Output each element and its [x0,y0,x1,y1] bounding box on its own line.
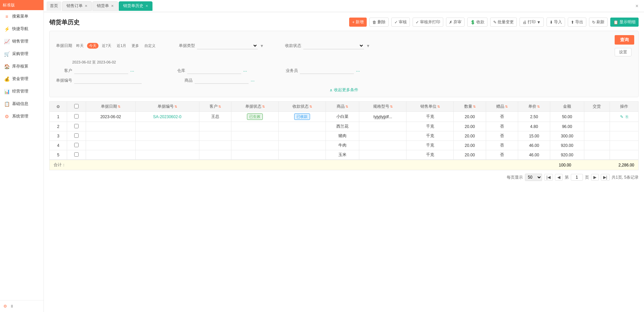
last-page-btn[interactable]: ▶| [601,174,610,181]
row-checkbox[interactable] [74,133,79,138]
sidebar-item-finance[interactable]: 💰 资金管理 [0,73,44,85]
summary-values: 100.00 2,286.00 [323,163,634,167]
collect-button[interactable]: 💲 收款 [467,18,487,27]
table-body: 1 2023-06-02 SA-20230602-0 王总 已生效 已收款 小白… [50,112,639,160]
col-price[interactable]: 单价⇅ [518,102,550,112]
next-page-btn[interactable]: ▶ [591,174,599,181]
review-button[interactable]: ✓ 审核 [391,18,410,27]
page-input[interactable] [571,174,583,181]
cell-number[interactable]: SA-20230602-0 [135,112,199,122]
cell-check[interactable] [67,131,86,141]
add-button[interactable]: + 新增 [349,18,367,27]
col-date[interactable]: 单据日期⇅ [86,102,135,112]
sidebar-bottom-icon2[interactable]: ⏸ [10,304,14,309]
sidebar-item-search-menu[interactable]: ≡ 搜索菜单 [0,10,44,23]
docnumber-input[interactable] [74,77,142,84]
cell-check[interactable] [67,122,86,131]
show-detail-button[interactable]: 📋 显示明细 [610,18,639,27]
row-checkbox[interactable] [74,114,79,119]
sidebar-item-system-mgmt[interactable]: ⚙ 系统管理 [0,110,44,123]
col-paystatus[interactable]: 收款状态⇅ [279,102,326,112]
query-button[interactable]: 查询 [615,35,634,45]
sidebar-item-basic-info[interactable]: 📋 基础信息 [0,98,44,110]
date-tag-custom[interactable]: 自定义 [142,43,158,49]
review-print-button[interactable]: ✓ 审核并打印 [413,18,443,27]
customer-ellipsis-btn[interactable]: ··· [130,68,134,74]
sidebar-item-quick-nav[interactable]: ⚡ 快捷导航 [0,23,44,35]
inventory-icon: 🏠 [4,64,9,69]
col-check[interactable] [67,102,86,112]
summary-label: 合计： [54,162,66,168]
col-customer[interactable]: 客户⇅ [199,102,231,112]
cell-gift: 否 [486,141,518,150]
date-tag-yesterday[interactable]: 昨天 [74,43,86,49]
cell-check[interactable] [67,150,86,160]
col-gift[interactable]: 赠品⇅ [486,102,518,112]
sort-icon: ⇅ [118,105,120,108]
goods-ellipsis-btn[interactable]: ··· [251,78,255,83]
purchase-mgmt-icon: 🛒 [4,51,9,57]
edit-action-btn[interactable]: ✎ [620,114,623,119]
col-qty[interactable]: 数量⇅ [454,102,486,112]
cell-check[interactable] [67,141,86,150]
select-all-checkbox[interactable] [74,104,79,108]
warehouse-ellipsis-btn[interactable]: ··· [243,68,247,74]
cell-gift: 否 [486,122,518,131]
cell-check[interactable] [67,112,86,122]
tab-sales-goods[interactable]: 销货单 ✕ [92,1,118,11]
goods-input[interactable] [195,77,249,84]
sidebar-item-sales-mgmt[interactable]: 📈 销售管理 [0,35,44,48]
date-tag-today[interactable]: 今天 [87,43,99,49]
import-button[interactable]: ⬇ 导入 [547,18,565,27]
col-unit[interactable]: 销售单位⇅ [407,102,454,112]
filter-collapse-btn[interactable]: ∧ 收起更多条件 [54,87,634,93]
row-checkbox[interactable] [74,124,79,128]
close-all-icon[interactable]: ✕ [633,4,641,8]
refresh-button[interactable]: ↻ 刷新 [589,18,608,27]
row-checkbox[interactable] [74,152,79,157]
date-tag-1month[interactable]: 近1月 [115,43,128,49]
cell-docstatus [231,131,278,141]
delete-button[interactable]: 🗑 删除 [369,18,389,27]
prev-page-btn[interactable]: ◀ [555,174,563,181]
col-amount[interactable]: 金额 [550,102,584,112]
col-trade[interactable]: 交货 [584,102,610,112]
payment-select[interactable] [303,42,364,49]
salesperson-input[interactable] [300,68,354,74]
filter-doctype-item: 单据类型 ▼ [176,42,264,49]
tab-bar-right: ✕ [633,4,641,8]
copy-action-btn[interactable]: ⎘ [626,114,628,119]
tab-sales-order[interactable]: 销售订单 ✕ [62,1,92,11]
export-button[interactable]: ⬆ 导出 [568,18,586,27]
customer-input[interactable] [74,68,128,74]
cell-amount: 96.00 [550,122,584,131]
col-goods[interactable]: 商品⇅ [326,102,359,112]
setting-button[interactable]: 设置 [615,48,632,56]
batch-change-button[interactable]: ✎ 批量变更 [490,18,517,27]
tab-close-icon[interactable]: ✕ [111,4,114,8]
cell-gift: 否 [486,150,518,160]
tab-home[interactable]: 首页 [47,1,61,11]
print-button[interactable]: 🖨 打印 ▼ [520,18,544,27]
tab-sales-history[interactable]: 销货单历史 ✕ [119,1,152,11]
sidebar-bottom-icon1[interactable]: ⚙ [3,304,7,309]
sidebar-item-operations[interactable]: 📊 经营管理 [0,85,44,98]
first-page-btn[interactable]: |◀ [544,174,553,181]
date-tag-7days[interactable]: 近7天 [100,43,113,49]
col-gear[interactable]: ⚙ [50,102,67,112]
row-checkbox[interactable] [74,143,79,147]
doctype-select[interactable] [197,42,258,49]
sidebar-item-purchase-mgmt[interactable]: 🛒 采购管理 [0,48,44,60]
salesperson-ellipsis-btn[interactable]: ··· [356,68,360,74]
date-tag-more[interactable]: 更多 [130,43,141,49]
col-docstatus[interactable]: 单据状态⇅ [231,102,278,112]
doc-number-link[interactable]: SA-20230602-0 [153,114,181,119]
sidebar-item-inventory[interactable]: 🏠 库存核算 [0,60,44,73]
col-number[interactable]: 单据编号⇅ [135,102,199,112]
col-spec[interactable]: 规格型号⇅ [359,102,407,112]
tab-close-icon[interactable]: ✕ [85,4,87,8]
per-page-select[interactable]: 50 100 [525,174,542,181]
abandon-button[interactable]: ✗ 弃审 [446,18,465,27]
warehouse-input[interactable] [187,68,241,74]
tab-close-icon[interactable]: ✕ [145,4,148,8]
